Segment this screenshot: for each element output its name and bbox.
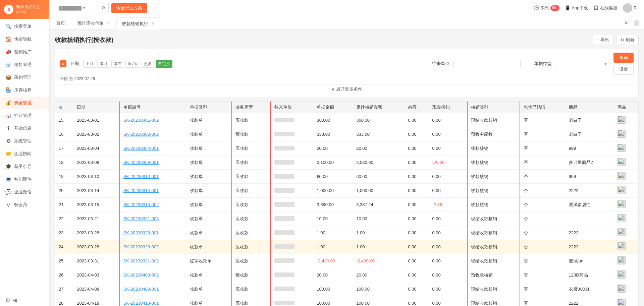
cell-amount: 2,100.00 bbox=[313, 156, 353, 170]
cell-product2 bbox=[614, 254, 638, 268]
cell-balance: 0.00 bbox=[405, 156, 429, 170]
sidebar-item-hardware[interactable]: 💻 智能硬件 bbox=[0, 173, 49, 186]
cell-biz-type: 应收款 bbox=[232, 184, 271, 198]
sidebar-item-inventory[interactable]: 🏪 库存核算 bbox=[0, 84, 49, 97]
partner-input[interactable] bbox=[453, 60, 521, 68]
cell-balance: 0.00 bbox=[405, 141, 429, 156]
cell-verified: 1.00 bbox=[353, 240, 405, 254]
bill-no-link[interactable]: SK-20230403-002 bbox=[123, 272, 159, 278]
th-gear[interactable]: ⚙ bbox=[55, 102, 73, 113]
close-tab-btn[interactable]: ✕ bbox=[622, 19, 630, 27]
cell-date: 2023-03-28 bbox=[73, 226, 120, 240]
refresh-button[interactable]: ↻ 刷新 bbox=[616, 35, 639, 45]
collapse-icon[interactable]: ◀ bbox=[13, 297, 17, 303]
bill-no-link[interactable]: SK-20230301-002 bbox=[123, 118, 159, 123]
sidebar-item-collab[interactable]: 🤝 企业协同 bbox=[0, 147, 49, 160]
sidebar-item-marketing[interactable]: 📣 营销推广 bbox=[0, 46, 49, 58]
query-button[interactable]: 查询 bbox=[613, 53, 634, 63]
app-download-action[interactable]: 📱 App下载 bbox=[565, 5, 588, 11]
tab-home[interactable]: 首页 bbox=[50, 17, 72, 29]
bill-no-link[interactable]: SK-20230314-001 bbox=[123, 188, 159, 193]
online-service-action[interactable]: 🎧 在线客服 bbox=[593, 5, 618, 11]
bill-no-link[interactable]: SK-20230328-001 bbox=[123, 230, 159, 235]
this-month-btn[interactable]: 本月 bbox=[97, 60, 110, 68]
maximize-tab-btn[interactable]: ⬜ bbox=[632, 19, 641, 27]
brand-select[interactable]: ████████ ▾ bbox=[55, 4, 95, 12]
cell-cash-discount: 0.00 bbox=[429, 226, 468, 240]
cell-product: 2222 bbox=[566, 184, 614, 198]
cell-cash-discount: 0.00 bbox=[429, 141, 468, 156]
table-row: 17 2023-03-04 SK-20230304-001 收款单 应收款 ██… bbox=[55, 141, 638, 156]
cell-verify-type: 现结收款核销 bbox=[467, 240, 520, 254]
last-month-btn[interactable]: 上月 bbox=[83, 60, 96, 68]
column-settings-icon[interactable]: ⚙ bbox=[59, 105, 63, 110]
filter-settings-button[interactable]: 设置 bbox=[613, 64, 634, 75]
cell-date: 2023-04-18 bbox=[73, 296, 120, 306]
cell-date: 2023-03-14 bbox=[73, 184, 120, 198]
sidebar-item-sales[interactable]: 🛒 销售管理 bbox=[0, 58, 49, 71]
sidebar-item-member[interactable]: V 畅会员 bbox=[0, 198, 49, 211]
bill-no-link[interactable]: SK-20230315-002 bbox=[123, 202, 159, 207]
cell-product: 老白干 bbox=[566, 113, 614, 127]
bill-type-select[interactable] bbox=[556, 60, 609, 68]
last-7days-btn[interactable]: 近7天 bbox=[125, 60, 141, 68]
sidebar-item-wechat[interactable]: 💬 企业微信 bbox=[0, 186, 49, 198]
bill-no-link[interactable]: SK-20230308-001 bbox=[123, 160, 159, 165]
filter-expand-btn[interactable]: ∨ 展开更多条件 bbox=[60, 84, 634, 94]
sidebar-item-guide[interactable]: 🎓 新手引导 bbox=[0, 160, 49, 173]
tab-close-receivable[interactable]: ✕ bbox=[106, 20, 111, 26]
cell-bill-type: 收款单 bbox=[186, 184, 232, 198]
cell-include-settled: 否 bbox=[520, 282, 565, 296]
bill-no-link[interactable]: SK-20230310-001 bbox=[123, 174, 159, 179]
bill-no-link[interactable]: SK-20230328-002 bbox=[123, 244, 159, 249]
settings-bottom-icon[interactable]: ⚙ bbox=[5, 297, 10, 303]
cell-partner: ██████ bbox=[271, 240, 313, 254]
bill-no-link[interactable]: SK-20230418-001 bbox=[123, 301, 159, 306]
cell-product2 bbox=[614, 226, 638, 240]
sidebar-item-purchase[interactable]: 📦 采购管理 bbox=[0, 71, 49, 84]
custom-date-btn[interactable]: 自定义 bbox=[156, 60, 172, 68]
sidebar-item-search[interactable]: 🔍 搜索菜单 bbox=[0, 20, 49, 33]
bill-no-link[interactable]: SK-20230304-001 bbox=[123, 146, 159, 151]
cell-no: 21 bbox=[55, 198, 73, 212]
chevron-down-icon: ▾ bbox=[83, 5, 85, 10]
sidebar-item-operations[interactable]: 📊 经营管理 bbox=[0, 109, 49, 122]
home-icon: 🏠 bbox=[5, 36, 11, 42]
this-year-btn[interactable]: 本年 bbox=[111, 60, 124, 68]
cell-bill-no: SK-20230315-002 bbox=[120, 198, 186, 212]
bill-no-link[interactable]: SK-20230302-002 bbox=[123, 132, 159, 137]
cell-biz-type: 预收款 bbox=[232, 127, 271, 141]
cell-biz-type: 应收款 bbox=[232, 156, 271, 170]
bill-no-link[interactable]: SK-20230321-003 bbox=[123, 216, 159, 221]
sidebar-menu: 🔍 搜索菜单 🏠 快捷导航 📣 营销推广 🛒 销售管理 📦 采购管理 🏪 库存核… bbox=[0, 19, 49, 294]
product-thumbnail bbox=[618, 285, 626, 293]
sidebar-item-finance[interactable]: 💰 资金管理 bbox=[0, 97, 49, 109]
table-row: 23 2023-03-28 SK-20230328-001 收款单 应收款 ██… bbox=[55, 226, 638, 240]
bill-no-link[interactable]: SK-20230408-001 bbox=[123, 287, 159, 292]
cell-bill-no: SK-20230310-001 bbox=[120, 170, 186, 184]
th-partner: 往来单位 bbox=[271, 102, 313, 113]
product-thumbnail bbox=[618, 270, 626, 279]
more-dates-btn[interactable]: 更多 bbox=[142, 60, 154, 68]
cell-balance: 0.00 bbox=[405, 296, 429, 306]
tab-bar: 首页 预计应收付单 ✕ 收款核销执行 ✕ ✕ ⬜ bbox=[50, 16, 644, 29]
filter-toggle-btn[interactable]: » bbox=[60, 60, 66, 67]
user-section[interactable]: Rit bbox=[623, 3, 639, 13]
tab-receivable[interactable]: 预计应收付单 ✕ bbox=[72, 17, 116, 29]
sidebar-item-basic-info[interactable]: ℹ 基础信息 bbox=[0, 122, 49, 135]
cell-date: 2023-03-21 bbox=[73, 212, 120, 226]
sidebar-item-system[interactable]: ⚙ 系统管理 bbox=[0, 135, 49, 147]
cell-cash-discount: 0.00 bbox=[429, 296, 468, 306]
cell-product: 测试jun bbox=[566, 254, 614, 268]
export-button[interactable]: ↑ 导出 bbox=[593, 35, 614, 45]
gear-button[interactable]: ⚙ bbox=[98, 3, 109, 13]
bill-no-link[interactable]: SK-20230331-002 bbox=[123, 258, 159, 263]
sidebar-item-quicknav[interactable]: 🏠 快捷导航 bbox=[0, 33, 49, 46]
cell-date: 2023-04-03 bbox=[73, 268, 120, 282]
tab-close-collection[interactable]: ✕ bbox=[151, 21, 155, 26]
industry-btn[interactable]: 体验行业方案 bbox=[111, 3, 147, 13]
filter-row-1: » 日期 上月 本月 本年 近7天 更多 自定义 往来单位 ... 单据类型 bbox=[60, 53, 634, 75]
cell-partner: ██████ bbox=[271, 113, 313, 127]
tab-collection-verify[interactable]: 收款核销执行 ✕ bbox=[116, 17, 161, 29]
messages-action[interactable]: 💬 消息 99+ bbox=[534, 5, 559, 11]
